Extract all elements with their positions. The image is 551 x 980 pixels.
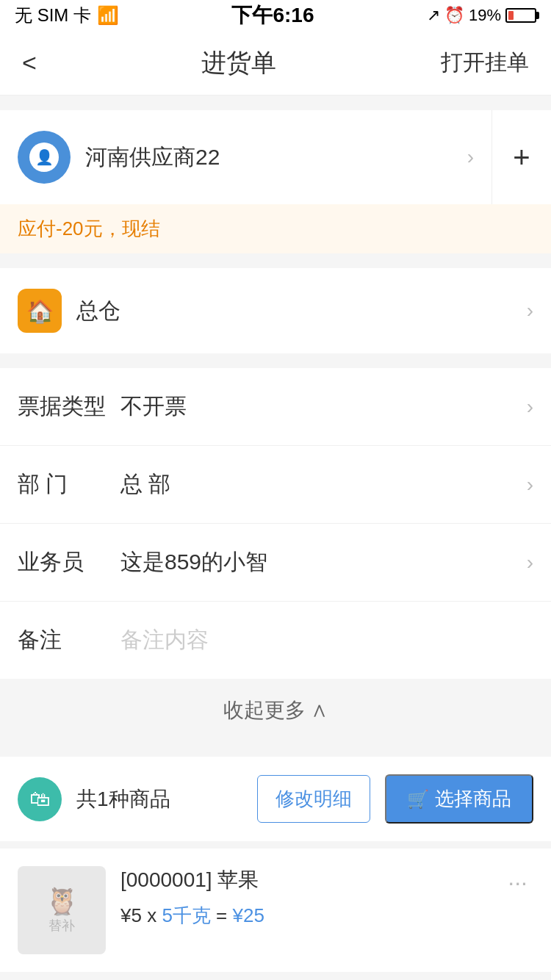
nav-bar: < 进货单 打开挂单 [0, 31, 551, 96]
open-hang-button[interactable]: 打开挂单 [441, 48, 529, 78]
product-code: [0000001] [120, 868, 212, 891]
quantity: 5千克 [162, 904, 210, 926]
warehouse-name: 总仓 [76, 296, 519, 326]
product-count-label: 共1种商品 [76, 785, 242, 813]
chevron-right-icon-warehouse: › [527, 299, 533, 323]
equals-sign: = [216, 904, 232, 926]
total-price: ¥25 [233, 904, 264, 926]
status-left: 无 SIM 卡 📶 [15, 4, 119, 27]
wifi-icon: 📶 [97, 5, 119, 26]
gap-3 [0, 353, 551, 368]
add-supplier-button[interactable]: + [492, 110, 551, 204]
balance-notice: 应付-20元，现结 [0, 204, 551, 253]
invoice-type-row[interactable]: 票据类型 不开票 › [0, 368, 551, 446]
alarm-icon: ⏰ [444, 6, 464, 25]
remark-label: 备注 [18, 625, 120, 655]
product-title: 苹果 [217, 868, 259, 891]
battery-percent-label: 19% [469, 6, 501, 25]
supplier-selector[interactable]: 👤 河南供应商22 › [0, 110, 492, 204]
salesperson-label: 业务员 [18, 547, 120, 577]
salesperson-row[interactable]: 业务员 这是859的小智 › [0, 524, 551, 602]
product-thumb-owl-icon: 🦉 [46, 886, 79, 917]
avatar-icon: 👤 [29, 143, 59, 172]
department-row[interactable]: 部 门 总 部 › [0, 446, 551, 524]
product-item: 🦉 替补 [0000001] 苹果 ¥5 x 5千克 = ¥25 ··· [0, 841, 551, 972]
warehouse-selector[interactable]: 🏠 总仓 › [0, 268, 551, 353]
edit-detail-button[interactable]: 修改明细 [257, 775, 370, 823]
salesperson-value: 这是859的小智 [120, 547, 519, 577]
select-product-button[interactable]: 🛒 选择商品 [385, 774, 533, 824]
gap-2 [0, 253, 551, 268]
unit-price: ¥5 [120, 904, 142, 926]
remark-placeholder: 备注内容 [120, 625, 533, 655]
chevron-right-icon-sales: › [527, 551, 533, 574]
supplier-section: 👤 河南供应商22 › + [0, 110, 551, 204]
chevron-right-icon-invoice: › [527, 395, 533, 419]
department-value: 总 部 [120, 469, 519, 500]
gap-4 [0, 742, 551, 757]
product-thumbnail: 🦉 替补 [18, 866, 106, 954]
product-more-button[interactable]: ··· [502, 866, 533, 899]
select-product-label: 选择商品 [435, 786, 511, 812]
bottom-spacer [0, 972, 551, 980]
page-title: 进货单 [201, 46, 276, 80]
multiply-sign: x [147, 904, 162, 926]
battery-icon [505, 8, 536, 23]
supplier-avatar: 👤 [18, 131, 71, 184]
cart-icon: 🛒 [407, 789, 429, 810]
remark-row[interactable]: 备注 备注内容 [0, 602, 551, 679]
product-header: 🛍 共1种商品 修改明细 🛒 选择商品 [0, 757, 551, 841]
warehouse-icon: 🏠 [18, 289, 62, 333]
product-name: [0000001] 苹果 [120, 866, 487, 894]
carrier-label: 无 SIM 卡 [15, 4, 91, 27]
product-price: ¥5 x 5千克 = ¥25 [120, 903, 487, 929]
location-icon: ↗ [427, 6, 440, 25]
collapse-button[interactable]: 收起更多 ∧ [0, 679, 551, 742]
status-bar: 无 SIM 卡 📶 下午6:16 ↗ ⏰ 19% [0, 0, 551, 31]
department-label: 部 门 [18, 469, 120, 500]
invoice-type-label: 票据类型 [18, 392, 120, 422]
chevron-right-icon: › [467, 145, 474, 169]
form-section: 票据类型 不开票 › 部 门 总 部 › 业务员 这是859的小智 › 备注 备… [0, 368, 551, 679]
product-info: [0000001] 苹果 ¥5 x 5千克 = ¥25 [120, 866, 487, 929]
chevron-right-icon-dept: › [527, 473, 533, 497]
back-button[interactable]: < [22, 48, 37, 77]
product-bag-icon: 🛍 [18, 777, 62, 821]
status-right: ↗ ⏰ 19% [427, 6, 536, 25]
supplier-name: 河南供应商22 [85, 143, 460, 173]
gap-1 [0, 96, 551, 110]
product-thumb-text: 替补 [48, 917, 75, 934]
time-label: 下午6:16 [231, 1, 314, 29]
invoice-type-value: 不开票 [120, 392, 519, 422]
